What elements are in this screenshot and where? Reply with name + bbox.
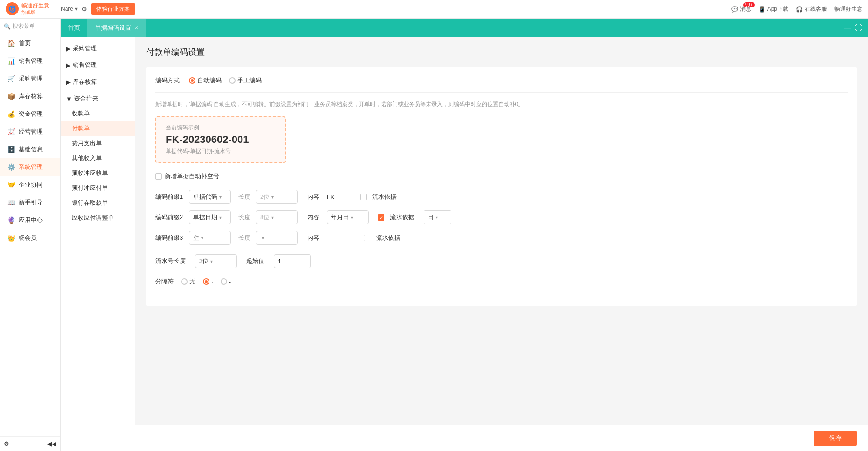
row2-serial-checkbox[interactable]: ✓ (378, 214, 384, 221)
auto-code-option[interactable]: 自动编码 (189, 76, 222, 85)
sidebar-item-purchase[interactable]: 🛒 采购管理 (0, 70, 60, 88)
row3-content-label: 内容 (307, 234, 319, 242)
row3-serial-checkbox[interactable] (364, 235, 370, 241)
separator-dot-option[interactable]: · (203, 278, 213, 285)
settings-footer-icon[interactable]: ⚙ (4, 440, 9, 447)
separator-none-radio[interactable] (181, 278, 188, 285)
code-preview-label: 当前编码示例： (166, 124, 276, 132)
group-item-adjustment[interactable]: 应收应付调整单 (61, 210, 135, 225)
sidebar-search[interactable]: 🔍 搜索菜单 (0, 19, 60, 34)
sidebar-footer: ⚙ ◀◀ (0, 436, 60, 451)
separator-dot-radio[interactable] (203, 278, 209, 285)
group-item-other-income[interactable]: 其他收入单 (61, 151, 135, 166)
sidebar-item-apps[interactable]: 🔮 应用中心 (0, 211, 60, 229)
chevron-down-icon: ▾ (436, 215, 438, 220)
sidebar-item-sales[interactable]: 📊 销售管理 (0, 52, 60, 70)
row2-serial-unit: 日 (428, 213, 434, 222)
sidebar-item-inventory[interactable]: 📦 库存核算 (0, 88, 60, 105)
row1-serial-checkbox[interactable] (360, 194, 367, 200)
manual-code-option[interactable]: 手工编码 (229, 76, 262, 85)
settings-icon[interactable]: ⚙ (81, 6, 87, 13)
sidebar-item-finance[interactable]: 💰 资金管理 (0, 105, 60, 123)
purchase-icon: 🛒 (7, 75, 15, 82)
save-button[interactable]: 保存 (814, 431, 857, 446)
logo-sub: 旗舰版 (21, 9, 49, 16)
row1-prefix-select[interactable]: 单据代码 ▾ (189, 190, 231, 204)
group-inventory-header[interactable]: ▶ 库存核算 (61, 74, 135, 89)
row2-length-select[interactable]: 8位 ▾ (256, 210, 298, 224)
sidebar-item-member[interactable]: 👑 畅会员 (0, 229, 60, 247)
row1-length-select[interactable]: 2位 ▾ (256, 190, 298, 204)
app-download-action[interactable]: 📱 App下载 (759, 5, 788, 13)
separator-dash-radio[interactable] (221, 278, 227, 285)
enterprise-icon: 🤝 (7, 181, 15, 188)
group-item-bank[interactable]: 银行存取款单 (61, 195, 135, 210)
system-icon: ⚙️ (7, 163, 15, 171)
sidebar-item-label: 采购管理 (19, 74, 43, 83)
row2-serial-unit-select[interactable]: 日 ▾ (424, 210, 451, 224)
chevron-down-icon: ▾ (219, 215, 222, 220)
phone-icon: 📱 (759, 6, 766, 13)
group-item-advance-pay[interactable]: 预付冲应付单 (61, 181, 135, 195)
sidebar-item-base[interactable]: 🗄️ 基础信息 (0, 141, 60, 158)
group-capital-items: 收款单 付款单 费用支出单 其他收入单 预收冲应收单 (61, 106, 135, 225)
manual-code-label: 手工编码 (237, 76, 262, 85)
sidebar-item-operation[interactable]: 📈 经营管理 (0, 123, 60, 141)
row3-prefix-select[interactable]: 空 ▾ (189, 231, 231, 245)
sidebar-item-enterprise[interactable]: 🤝 企业协同 (0, 176, 60, 194)
sales-icon: 📊 (7, 57, 15, 65)
row2-content-select[interactable]: 年月日 ▾ (327, 210, 369, 224)
tab-home[interactable]: 首页 (61, 19, 87, 37)
tab-encoding-label: 单据编码设置 (95, 24, 131, 32)
group-sales-label: 销售管理 (73, 61, 97, 69)
row2-content-label: 内容 (307, 213, 319, 222)
auto-code-radio[interactable] (189, 77, 195, 84)
serial-length-value: 3位 (199, 257, 209, 265)
serial-start-input[interactable] (274, 254, 311, 268)
manual-code-radio[interactable] (229, 77, 236, 84)
separator-dash-option[interactable]: - (221, 278, 231, 285)
row2-prefix-select[interactable]: 单据日期 ▾ (189, 210, 231, 224)
trial-button[interactable]: 体验行业方案 (91, 3, 135, 15)
auto-fill-checkbox[interactable] (155, 173, 162, 180)
online-service-action[interactable]: 🎧 在线客服 (796, 5, 827, 13)
separator-none-option[interactable]: 无 (181, 277, 195, 286)
group-item-payment[interactable]: 付款单 (61, 121, 135, 136)
group-sales-header[interactable]: ▶ 销售管理 (61, 58, 135, 73)
tab-expand-icon[interactable]: ⛶ (855, 24, 862, 32)
group-capital-header[interactable]: ▼ 资金往来 (61, 91, 135, 106)
second-sidebar: ▶ 采购管理 ▶ 销售管理 ▶ 库存核算 (61, 37, 135, 451)
group-item-expense[interactable]: 费用支出单 (61, 136, 135, 151)
tab-minimize-icon[interactable]: — (844, 24, 851, 32)
config-row-2: 编码前缀2 单据日期 ▾ 长度 8位 ▾ 内容 (155, 210, 848, 224)
row3-prefix-value: 空 (193, 234, 199, 242)
serial-length-select[interactable]: 3位 ▾ (195, 254, 237, 268)
sidebar-item-system[interactable]: ⚙️ 系统管理 (0, 158, 60, 176)
sidebar-item-guide[interactable]: 📖 新手引导 (0, 194, 60, 211)
group-inventory-label: 库存核算 (73, 78, 97, 86)
row3-length-select[interactable]: ▾ (256, 231, 298, 245)
company-selector[interactable]: Nare ▾ (61, 6, 78, 12)
group-purchase-header[interactable]: ▶ 采购管理 (61, 41, 135, 56)
separator-dot-label: · (211, 278, 213, 285)
top-header: 🌀 畅通好生意 旗舰版 Nare ▾ ⚙ 体验行业方案 💬 消息 99+ 📱 A… (0, 0, 868, 19)
logo-icon: 🌀 (6, 2, 19, 15)
collapse-icon[interactable]: ◀◀ (47, 440, 56, 447)
tab-home-label: 首页 (68, 24, 80, 32)
sidebar-item-home[interactable]: 🏠 首页 (0, 34, 60, 52)
sidebar-item-label: 库存核算 (19, 92, 43, 101)
group-capital-label: 资金往来 (74, 94, 98, 103)
tab-close-icon[interactable]: ✕ (134, 25, 139, 31)
header-left: 🌀 畅通好生意 旗舰版 Nare ▾ ⚙ 体验行业方案 (6, 2, 135, 15)
headset-icon: 🎧 (796, 6, 803, 13)
message-action[interactable]: 💬 消息 99+ (731, 5, 751, 13)
sidebar-item-label: 基础信息 (19, 145, 43, 154)
tab-encoding-settings[interactable]: 单据编码设置 ✕ (87, 19, 146, 37)
separator-row: 分隔符 无 · - (155, 277, 848, 286)
group-item-advance-recv[interactable]: 预收冲应收单 (61, 166, 135, 181)
group-item-receipt[interactable]: 收款单 (61, 106, 135, 121)
encoding-method-label: 编码方式 (155, 76, 180, 85)
base-icon: 🗄️ (7, 146, 15, 153)
chevron-down-icon: ▾ (271, 215, 274, 220)
page-title: 付款单编码设置 (146, 47, 857, 58)
